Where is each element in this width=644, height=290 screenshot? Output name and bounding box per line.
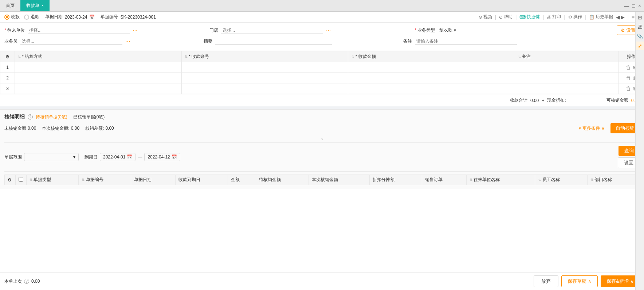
sidebar-attach-icon[interactable]: 📎	[635, 32, 644, 41]
tab-pending[interactable]: 待核销单据(0笔)	[36, 114, 67, 120]
radio-tuikuan-label: 退款	[31, 14, 39, 20]
video-icon: ⊙	[479, 15, 482, 20]
maximize-icon[interactable]: □	[632, 3, 635, 9]
current-writeoff-stat: 本次核销金额: 0.00	[42, 125, 79, 132]
select-all-checkbox[interactable]	[19, 177, 23, 182]
cell-settlement-1[interactable]	[15, 62, 182, 73]
abandon-button[interactable]: 放弃	[534, 275, 558, 287]
cell-settlement-3[interactable]	[15, 83, 182, 94]
cell-amount-1[interactable]	[348, 62, 515, 73]
filter-row: 单据范围 ▾ 到期日 2022-04-01 📅 —	[4, 142, 640, 172]
draft-button[interactable]: 保存草稿 ∧	[561, 275, 598, 287]
col-settlement-header: ⇅ * 结算方式	[15, 51, 182, 62]
writeoff-table: ⚙ ⇅ 单据类型 ⇅	[4, 175, 640, 185]
help-btn[interactable]: ⊙ 帮助	[499, 14, 513, 20]
more-conditions-btn[interactable]: ▾ 更多条件 ∧	[579, 125, 605, 132]
delete-row-1-icon[interactable]: 🗑	[626, 64, 631, 70]
date-from-value: 2022-04-01	[103, 154, 125, 160]
range-filter: 单据范围 ▾	[4, 153, 79, 161]
staff-more-icon[interactable]: ···	[125, 38, 130, 45]
content-wrapper: 收款 退款 单据日期 2023-03-24 📅 单据编号 SK-20230324…	[0, 12, 644, 290]
col-account-header: ⇅ * 收款账号	[181, 51, 348, 62]
cell-remark-2[interactable]	[515, 73, 619, 83]
bottom-table-area: ⚙ ⇅ 单据类型 ⇅	[4, 175, 640, 185]
business-type-label: 业务类型	[415, 27, 435, 34]
col-gear[interactable]: ⚙	[0, 51, 15, 62]
prev-arrow[interactable]: ◀	[616, 14, 620, 20]
close-icon[interactable]: ×	[638, 3, 641, 9]
cell-account-1[interactable]	[181, 62, 348, 73]
cell-account-2[interactable]	[181, 73, 348, 83]
discount-input[interactable]	[569, 98, 598, 103]
range-select[interactable]: ▾	[24, 153, 79, 161]
date-from-picker[interactable]: 2022-04-01 📅	[100, 153, 136, 161]
auto-writeoff-label: 自动核销	[616, 125, 635, 131]
current-writeoff-label: 本次核销金额:	[42, 125, 69, 132]
tab-done[interactable]: 已核销单据(0笔)	[73, 114, 105, 120]
tab-home[interactable]: 首页	[0, 0, 20, 11]
history-btn[interactable]: 📋 历史单据	[589, 14, 613, 20]
shop-input[interactable]	[221, 27, 323, 34]
summary-input[interactable]	[215, 38, 332, 45]
cell-amount-3[interactable]	[348, 83, 515, 94]
payment-type-radio: 收款 退款	[4, 14, 39, 20]
table-row: 2 🗑 ⊕	[0, 73, 644, 83]
next-arrow[interactable]: ▶	[621, 14, 625, 20]
business-type-select[interactable]: 预收款 ▾	[438, 26, 609, 34]
video-btn[interactable]: ⊙ 视频	[479, 14, 492, 20]
col-partner-label: 往来单位名称	[474, 177, 500, 182]
minimize-icon[interactable]: —	[624, 3, 629, 9]
unwriteoff-stat: 未核销金额 0.00	[4, 125, 36, 132]
cell-account-3[interactable]	[181, 83, 348, 94]
remark-section: 备注	[403, 38, 592, 45]
print-btn[interactable]: 🖨 打印	[547, 14, 561, 20]
operations-btn[interactable]: ⚙ 操作	[568, 14, 582, 20]
operations-icon: ⚙	[568, 15, 572, 20]
delete-row-2-icon[interactable]: 🗑	[626, 75, 631, 81]
partner-more-icon[interactable]: ···	[133, 27, 137, 34]
cell-remark-3[interactable]	[515, 83, 619, 94]
top-toolbar: 收款 退款 单据日期 2023-03-24 📅 单据编号 SK-20230324…	[0, 12, 644, 23]
cell-remark-1[interactable]	[515, 62, 619, 73]
col-partner-header: ⇅ 往来单位名称	[467, 175, 535, 185]
save-new-button[interactable]: 保存&新增 ∧	[601, 275, 640, 287]
tab-close-icon[interactable]: ×	[42, 4, 44, 8]
bill-no-value[interactable]: SK-20230324-001	[120, 15, 156, 20]
bill-no-label: 单据编号	[101, 14, 118, 20]
sidebar-expand-icon[interactable]: ⤢	[636, 42, 644, 50]
col-checkbox-header[interactable]	[16, 175, 27, 185]
radio-tuikuan[interactable]: 退款	[24, 14, 39, 20]
sidebar-table-icon[interactable]: ⊞	[636, 13, 644, 22]
radio-shouquan[interactable]: 收款	[4, 14, 20, 20]
chevron-up-icon: ∧	[601, 126, 605, 131]
bill-date-value[interactable]: 2023-03-24	[65, 15, 87, 20]
col-actions-label: 操作	[627, 54, 636, 59]
col-gear-bottom[interactable]: ⚙	[5, 175, 16, 185]
footer-info-icon[interactable]: ?	[24, 279, 29, 284]
cell-settlement-2[interactable]	[15, 73, 182, 83]
col-current-label: 本次核销金额	[312, 177, 338, 182]
sidebar-print-icon[interactable]: 🖶	[636, 23, 644, 31]
delete-row-3-icon[interactable]: 🗑	[626, 86, 631, 91]
list-view-btn[interactable]: ≡	[632, 14, 635, 20]
gear-col-icon: ⚙	[5, 54, 9, 59]
partner-input[interactable]	[28, 27, 130, 34]
shop-more-icon[interactable]: ···	[326, 27, 331, 34]
writeoff-info-icon[interactable]: ?	[28, 114, 33, 119]
calendar-to-icon: 📅	[172, 154, 177, 160]
calendar-icon[interactable]: 📅	[89, 15, 95, 20]
table-row: 3 🗑 ⊕	[0, 83, 644, 94]
col-account-label: * 收款账号	[189, 54, 209, 59]
date-to-picker[interactable]: 2022-04-12 📅	[144, 153, 180, 161]
date-separator: —	[138, 154, 142, 160]
tab-active-receipt[interactable]: 收款单 ×	[20, 0, 50, 11]
remark-input[interactable]	[415, 38, 517, 45]
staff-input[interactable]	[20, 38, 122, 45]
collapse-indicator[interactable]: ∨	[4, 137, 640, 141]
total-label: 收款合计	[510, 97, 527, 103]
col-sales-order-header: 销售订单	[422, 175, 467, 185]
shortcut-btn[interactable]: ⌨ 快捷键	[519, 14, 540, 20]
gear-bottom-icon: ⚙	[8, 177, 12, 183]
cell-amount-2[interactable]	[348, 73, 515, 83]
sort-icon-remark: ⇅	[518, 55, 521, 59]
